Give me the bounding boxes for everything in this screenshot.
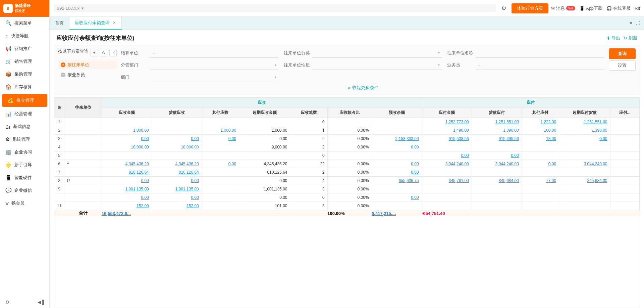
cell-ap-overdue[interactable]: 345,684.00 [559, 177, 610, 185]
cell-ap-other[interactable]: 1,222.00 [522, 118, 559, 126]
cell-ap-amount[interactable]: 915,508.56 [422, 135, 472, 143]
cell-ar-other [202, 177, 239, 185]
cell-ar-amount[interactable]: 18,000.00 [102, 143, 152, 151]
cell-ap-overdue[interactable]: 1,251,551.00 [559, 118, 610, 126]
sidebar-item-finance[interactable]: 💰 资金管理 [2, 94, 47, 107]
sidebar-item-sales[interactable]: 🛒 销售管理 [0, 55, 49, 68]
sidebar-item-nav[interactable]: ⌂ 快捷导航 [0, 30, 49, 42]
cell-ap-loan[interactable]: 3,044,240.00 [472, 160, 522, 168]
cell-ar-amount[interactable]: 1,000.00 [102, 126, 152, 135]
cell-ap-amount[interactable]: 3,044,240.00 [422, 160, 472, 168]
sidebar-item-corp[interactable]: 🏢 企业协同 [0, 146, 49, 159]
cell-ap-loan[interactable]: 915,495.56 [472, 135, 522, 143]
cell-ap-other[interactable]: 77.00 [522, 177, 559, 185]
cell-ar-loan[interactable]: 0.00 [152, 177, 202, 185]
cell-ar-other[interactable]: 1,000.00 [202, 126, 239, 135]
tab-home[interactable]: 首页 [50, 17, 69, 30]
cell-ap-amount[interactable]: 1,490.00 [422, 126, 472, 135]
sidebar-item-newbie[interactable]: 🌟 新手引导 [0, 159, 49, 171]
cell-ap-loan[interactable]: 0.00 [472, 151, 522, 160]
cell-ar-amount[interactable]: 152.00 [102, 202, 152, 210]
sidebar-item-purchase[interactable]: 📦 采购管理 [0, 68, 49, 81]
cell-ap-other[interactable]: 13.00 [522, 135, 559, 143]
sidebar-collapse-icon[interactable]: ◀▐ [38, 300, 44, 305]
table-settings-icon[interactable]: ⚙ [57, 105, 61, 110]
footer-ar-prepay[interactable]: 6,417,215.... [372, 210, 422, 217]
collapse-button[interactable]: ∧ 收起更多条件 [121, 85, 605, 91]
sidebar-item-marketing[interactable]: 📢 营销推广 [0, 42, 49, 55]
cell-ap-other[interactable]: 0.00 [522, 160, 559, 168]
cell-ar-loan[interactable]: 152.00 [152, 202, 202, 210]
cell-ap-loan[interactable]: 345,684.00 [472, 177, 522, 185]
cell-ar-prepay[interactable]: 2,153,333.00 [372, 135, 422, 143]
cell-ar-loan[interactable]: 810,126.64 [152, 168, 202, 177]
online-service-button[interactable]: 🎧 在线客服 [606, 5, 631, 11]
cell-ar-prepay[interactable]: 0.00 [372, 143, 422, 151]
cell-ar-prepay[interactable]: 0.00 [372, 193, 422, 202]
cell-ar-loan[interactable]: 0.00 [152, 193, 202, 202]
sidebar-item-operations[interactable]: 📊 经营管理 [0, 107, 49, 120]
tab-ar-ap[interactable]: 应收应付余额查询✕ [69, 17, 122, 30]
tabs-fullscreen-icon[interactable]: ⛶ [636, 20, 640, 26]
settings-button[interactable]: 设置 [609, 60, 636, 71]
sidebar-item-system[interactable]: ⚙ 系统管理 [0, 133, 49, 146]
cell-ar-amount[interactable]: 1,001,135.00 [102, 185, 152, 193]
cell-ar-amount[interactable]: 0.00 [102, 193, 152, 202]
cell-ap-loan[interactable]: 1,251,551.00 [472, 118, 522, 126]
cell-ar-loan[interactable]: 1,001,135.00 [152, 185, 202, 193]
scheme-item-0[interactable]: ● 按往来单位 [58, 60, 117, 69]
cell-ar-amount[interactable]: 0.00 [102, 135, 152, 143]
filter-add-icon[interactable]: + [91, 49, 98, 56]
cell-ar-amount[interactable]: 810,126.64 [102, 168, 152, 177]
cell-ar-other[interactable]: 0.00 [202, 160, 239, 168]
cell-ap-overdue[interactable]: 1,390.00 [559, 126, 610, 135]
col-settings-icon[interactable]: ⚙ [54, 98, 64, 118]
field-input-partner-cat[interactable]: ▾ [313, 48, 441, 58]
query-button[interactable]: 查询 [609, 48, 636, 59]
tabs-close-icon[interactable]: ✕ [629, 20, 633, 26]
cell-ar-prepay[interactable]: 0.00 [372, 160, 422, 168]
sidebar-item-base[interactable]: 🗂 基础信息 [0, 120, 49, 133]
cell-ar-loan[interactable]: 18,000.00 [152, 143, 202, 151]
field-input-sales[interactable]: ··· [476, 60, 605, 70]
cell-ap-amount[interactable]: 1,252,773.00 [422, 118, 472, 126]
address-chevron-icon[interactable]: ▾ [82, 6, 84, 11]
cell-ap-other[interactable]: 100.00 [522, 126, 559, 135]
sidebar-item-wechat[interactable]: 💬 企业微信 [0, 184, 49, 197]
cell-ap-loan[interactable]: 1,390.00 [472, 126, 522, 135]
topbar-gear-icon[interactable]: ⚙ [499, 3, 509, 13]
sidebar-settings-icon[interactable]: ⚙ [5, 300, 9, 305]
cell-ar-other[interactable]: 0.00 [202, 135, 239, 143]
footer-ar-amount[interactable]: 19,553,472.6... [102, 210, 152, 217]
trial-button[interactable]: 体验行业方案 [512, 3, 548, 13]
cell-ar-loan[interactable]: 4,345,436.20 [152, 160, 202, 168]
scheme-item-1[interactable]: ○ 按业务员 [58, 71, 117, 79]
cell-ar-prepay[interactable]: 655,636.75 [372, 177, 422, 185]
cell-ap-overdue[interactable]: 0.00 [559, 135, 610, 143]
sidebar-item-hardware[interactable]: 📱 智能硬件 [0, 171, 49, 184]
filter-target-icon[interactable]: ⊙ [100, 49, 107, 56]
cell-ar-prepay[interactable]: 0.00 [372, 168, 422, 177]
cell-ap-overdue[interactable]: 3,044,240.00 [559, 160, 610, 168]
cell-ap-end [610, 135, 639, 143]
cell-ar-amount[interactable]: 0.00 [102, 177, 152, 185]
field-input-partner-name[interactable] [476, 48, 605, 58]
footer-ar-count [290, 210, 327, 217]
field-input-nature[interactable]: ▾ [313, 60, 441, 70]
sidebar-item-search[interactable]: 🔍 搜索菜单 [0, 17, 49, 30]
cell-ap-amount[interactable]: 345,761.00 [422, 177, 472, 185]
app-download-button[interactable]: 📱 App下载 [579, 5, 602, 11]
tab-close-ar-ap[interactable]: ✕ [112, 20, 116, 25]
cell-ar-loan[interactable]: 0.00 [152, 135, 202, 143]
sidebar-item-inventory[interactable]: 🏠 库存核算 [0, 81, 49, 93]
field-input-branch[interactable]: ▾ [150, 60, 278, 70]
field-input-dept[interactable]: ▾ [150, 73, 278, 82]
field-input-settlement[interactable]: ··· [150, 48, 278, 58]
cell-ar-amount[interactable]: 4,345,436.20 [102, 160, 152, 168]
refresh-button[interactable]: ↻ 刷新 [624, 35, 637, 41]
notification-button[interactable]: ✉ 消息 99+ [551, 5, 575, 11]
cell-ap-amount[interactable]: 0.00 [422, 151, 472, 160]
export-button[interactable]: ⬆ 导出 [606, 35, 620, 41]
sidebar-item-vip[interactable]: V 畅会员 [0, 197, 49, 210]
filter-expand-icon[interactable]: 《 [109, 49, 117, 56]
